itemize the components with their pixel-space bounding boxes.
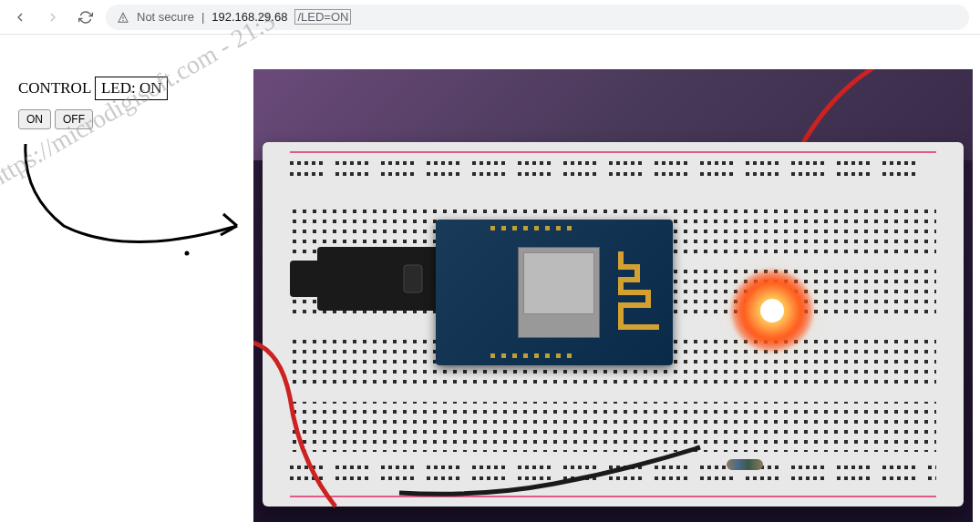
svg-rect-58 xyxy=(806,161,810,165)
usb-connector xyxy=(317,247,440,311)
svg-rect-13 xyxy=(396,161,399,165)
back-button[interactable] xyxy=(11,8,29,26)
svg-rect-49 xyxy=(722,161,726,165)
separator: | xyxy=(201,10,204,24)
nav-buttons xyxy=(11,8,95,26)
svg-rect-44 xyxy=(676,161,680,165)
svg-rect-20 xyxy=(456,161,459,165)
svg-rect-6 xyxy=(335,161,339,165)
forward-button[interactable] xyxy=(44,8,62,26)
svg-rect-172 xyxy=(556,353,561,358)
svg-rect-40 xyxy=(638,161,642,165)
svg-rect-98 xyxy=(532,172,536,176)
svg-rect-160 xyxy=(512,226,517,230)
svg-rect-41 xyxy=(655,161,658,165)
svg-point-0 xyxy=(185,251,190,256)
circuit-photo xyxy=(253,69,973,522)
svg-rect-10 xyxy=(365,161,368,165)
svg-rect-99 xyxy=(540,172,543,176)
svg-rect-72 xyxy=(297,172,301,176)
svg-rect-97 xyxy=(525,172,529,176)
svg-rect-96 xyxy=(518,172,521,176)
svg-rect-136 xyxy=(882,172,886,176)
usb-plug xyxy=(290,261,326,297)
svg-rect-114 xyxy=(676,172,680,176)
svg-rect-73 xyxy=(304,172,308,176)
reload-button[interactable] xyxy=(77,8,95,26)
svg-rect-94 xyxy=(494,172,498,176)
url-path: /LED=ON xyxy=(294,9,351,25)
svg-rect-45 xyxy=(684,161,687,165)
led-light xyxy=(760,299,784,322)
svg-rect-12 xyxy=(388,161,392,165)
browser-toolbar: Not secure | 192.168.29.68/LED=ON xyxy=(0,0,980,35)
svg-rect-140 xyxy=(912,172,915,176)
svg-rect-33 xyxy=(578,161,582,165)
svg-rect-120 xyxy=(729,172,733,176)
svg-rect-93 xyxy=(487,172,490,176)
svg-rect-109 xyxy=(631,172,634,176)
svg-rect-8 xyxy=(350,161,354,165)
svg-rect-26 xyxy=(518,161,521,165)
svg-rect-54 xyxy=(768,161,771,165)
svg-rect-59 xyxy=(813,161,817,165)
svg-rect-35 xyxy=(593,161,596,165)
svg-rect-131 xyxy=(837,172,841,176)
resistor xyxy=(727,459,763,470)
svg-rect-62 xyxy=(844,161,848,165)
svg-rect-50 xyxy=(729,161,733,165)
svg-rect-53 xyxy=(760,161,764,165)
svg-rect-123 xyxy=(760,172,764,176)
svg-rect-118 xyxy=(715,172,718,176)
address-bar[interactable]: Not secure | 192.168.29.68/LED=ON xyxy=(106,5,969,30)
svg-rect-43 xyxy=(669,161,673,165)
svg-rect-82 xyxy=(388,172,392,176)
svg-rect-55 xyxy=(775,161,779,165)
wifi-antenna xyxy=(618,251,664,333)
svg-rect-139 xyxy=(904,172,908,176)
svg-rect-89 xyxy=(449,172,452,176)
svg-rect-22 xyxy=(480,161,483,165)
svg-rect-102 xyxy=(571,172,574,176)
svg-rect-117 xyxy=(707,172,711,176)
svg-rect-11 xyxy=(381,161,385,165)
svg-rect-169 xyxy=(523,353,528,358)
svg-rect-67 xyxy=(890,161,893,165)
svg-rect-48 xyxy=(715,161,718,165)
svg-rect-36 xyxy=(609,161,613,165)
svg-rect-112 xyxy=(662,172,665,176)
svg-rect-130 xyxy=(820,172,824,176)
svg-rect-1 xyxy=(290,161,294,165)
led-on-button[interactable]: ON xyxy=(18,109,51,129)
svg-rect-107 xyxy=(616,172,620,176)
led-status-indicator: LED: ON xyxy=(95,77,169,100)
page-content: CONTROL LED: ON ON OFF https://microdigi… xyxy=(0,35,980,522)
svg-rect-126 xyxy=(791,172,795,176)
svg-rect-76 xyxy=(335,172,339,176)
svg-rect-65 xyxy=(866,161,870,165)
svg-rect-38 xyxy=(624,161,627,165)
svg-rect-74 xyxy=(312,172,315,176)
svg-rect-31 xyxy=(563,161,567,165)
svg-rect-135 xyxy=(866,172,870,176)
svg-rect-164 xyxy=(556,226,561,230)
security-text: Not secure xyxy=(137,10,194,24)
svg-rect-32 xyxy=(571,161,574,165)
svg-rect-87 xyxy=(434,172,438,176)
svg-rect-42 xyxy=(662,161,665,165)
svg-rect-116 xyxy=(700,172,704,176)
svg-rect-133 xyxy=(851,172,855,176)
url-host: 192.168.29.68 xyxy=(211,10,287,24)
svg-rect-75 xyxy=(319,172,323,176)
svg-rect-23 xyxy=(487,161,490,165)
svg-rect-2 xyxy=(297,161,301,165)
svg-rect-119 xyxy=(722,172,726,176)
annotation-arrow xyxy=(18,139,255,258)
svg-rect-27 xyxy=(525,161,529,165)
svg-rect-173 xyxy=(567,353,572,358)
svg-rect-129 xyxy=(813,172,817,176)
svg-rect-24 xyxy=(494,161,498,165)
red-wire-left xyxy=(253,324,363,522)
led-off-button[interactable]: OFF xyxy=(55,109,93,129)
svg-rect-84 xyxy=(403,172,407,176)
